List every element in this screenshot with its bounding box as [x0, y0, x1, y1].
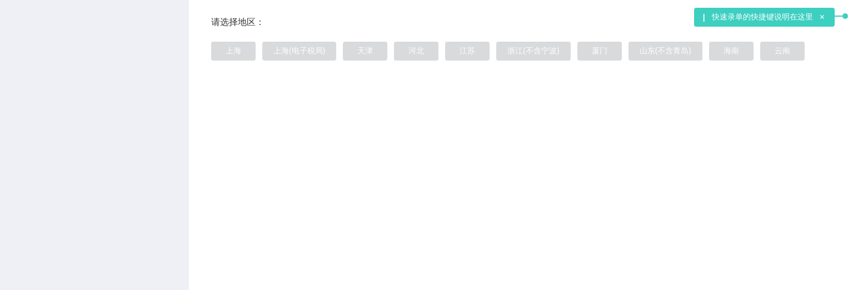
region-button-9[interactable]: 云南	[760, 42, 805, 61]
tooltip-connector-line	[832, 16, 842, 17]
tooltip-banner: 快速录单的快捷键说明在这里 ×	[694, 8, 835, 27]
region-button-3[interactable]: 河北	[394, 42, 438, 61]
region-button-2[interactable]: 天津	[343, 42, 387, 61]
sidebar	[0, 0, 189, 290]
tooltip-close-button[interactable]: ×	[819, 13, 826, 22]
region-buttons-container: 上海上海(电子税局)天津河北江苏浙江(不含宁波)厦门山东(不含青岛)海南云南	[211, 42, 846, 61]
region-button-1[interactable]: 上海(电子税局)	[262, 42, 336, 61]
tooltip-text: 快速录单的快捷键说明在这里	[712, 12, 813, 22]
region-button-4[interactable]: 江苏	[445, 42, 490, 61]
region-button-5[interactable]: 浙江(不含宁波)	[496, 42, 570, 61]
region-button-0[interactable]: 上海	[211, 42, 256, 61]
tooltip-connector-dot	[842, 13, 848, 19]
region-button-6[interactable]: 厦门	[577, 42, 622, 61]
region-button-7[interactable]: 山东(不含青岛)	[628, 42, 702, 61]
region-button-8[interactable]: 海南	[709, 42, 754, 61]
main-content: 请选择地区： 上海上海(电子税局)天津河北江苏浙江(不含宁波)厦门山东(不含青岛…	[189, 0, 868, 290]
